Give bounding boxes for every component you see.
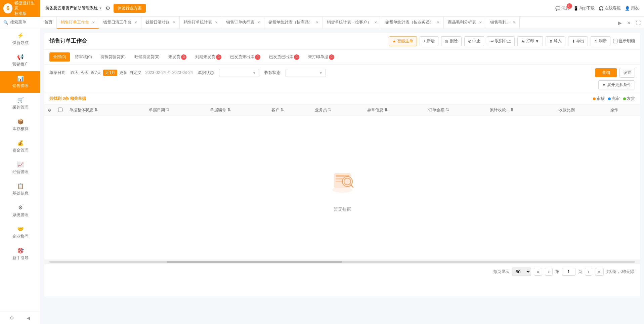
col-date[interactable]: 单据日期 ⇅	[145, 105, 207, 116]
last-page-btn[interactable]: »	[595, 268, 603, 276]
tab-cash-daily-close[interactable]: ✕	[134, 21, 137, 24]
tab-close-all-btn[interactable]: ✕	[625, 19, 633, 26]
sidebar-item-guide[interactable]: 🎯 新手引导	[0, 243, 40, 265]
tab-sales-by-customer[interactable]: 销货单统计表（按客户） ✕	[323, 17, 381, 29]
show-detail-checkbox[interactable]	[613, 39, 617, 43]
select-all-checkbox[interactable]	[58, 108, 62, 112]
col-staff[interactable]: 业务员 ⇅	[311, 105, 364, 116]
sidebar-item-basic[interactable]: 📋 基础信息	[0, 179, 40, 200]
sub-tab-all[interactable]: 全部(0)	[49, 52, 70, 62]
tab-cash-reconcile[interactable]: 钱货日清对账 ✕	[141, 17, 180, 29]
tab-sales-by-staff[interactable]: 销货单统计表（按业务员） ✕	[381, 17, 444, 29]
sidebar-item-sales[interactable]: 📊 销售管理	[0, 71, 40, 93]
sidebar-item-inventory[interactable]: 📦 库存核算	[0, 114, 40, 136]
col-customer[interactable]: 客户 ⇅	[268, 105, 311, 116]
tab-sales-exec-close[interactable]: ✕	[257, 21, 260, 24]
stop-button[interactable]: ⊘ 中止	[464, 36, 484, 46]
sub-tab-shipped-not-out[interactable]: 已发货未出库0	[226, 52, 264, 62]
tab-home[interactable]: 首页	[40, 17, 57, 29]
col-amount[interactable]: 订单金额 ⇅	[425, 105, 486, 116]
tab-sales-by-staff-close[interactable]: ✕	[437, 21, 439, 24]
next-page-btn[interactable]: ›	[585, 268, 592, 276]
date-opt-today[interactable]: 今天	[81, 70, 89, 76]
header-settings-icon[interactable]: ⚙	[105, 5, 110, 11]
system-title-dropdown[interactable]: 装备及固定资产辅助管理系统 ▼	[45, 5, 102, 11]
horizontal-scrollbar[interactable]	[49, 261, 635, 263]
date-opt-custom[interactable]: 自定义	[129, 70, 141, 76]
tab-margin-analysis-close[interactable]: ✕	[479, 21, 482, 24]
sort-icon: ⇅	[94, 108, 98, 112]
sidebar-item-marketing[interactable]: 📢 营销推广	[0, 50, 40, 71]
tab-sales-workbench-close[interactable]: ✕	[92, 21, 95, 24]
tab-sales-stats-close[interactable]: ✕	[215, 21, 218, 24]
cancel-stop-button[interactable]: ↩ 取消中止	[487, 36, 515, 46]
col-abnormal[interactable]: 异常信息 ⇅	[364, 105, 425, 116]
sub-tab-not-printed[interactable]: 未打印单据0	[304, 52, 338, 62]
tab-sales-by-customer-close[interactable]: ✕	[374, 21, 377, 24]
col-checkbox[interactable]	[55, 105, 66, 116]
app-download-item[interactable]: 📱 App下载	[573, 5, 595, 11]
expand-filter-button[interactable]: ▼ 展开更多条件	[598, 80, 635, 89]
ship-action-btn[interactable]: 发货	[623, 96, 635, 102]
col-number[interactable]: 单据编号 ⇅	[207, 105, 268, 116]
online-service-item[interactable]: 🎧 在线客服	[599, 5, 621, 11]
col-collected[interactable]: 累计收款... ⇅	[486, 105, 555, 116]
reverse-audit-action-btn[interactable]: 充审	[608, 96, 620, 102]
star-icon: ★	[392, 39, 396, 44]
sub-tab-not-shipped[interactable]: 未发货0	[165, 52, 190, 62]
message-item[interactable]: 💬 消息 6	[555, 5, 569, 11]
sidebar-item-enterprise[interactable]: 🤝 企业协同	[0, 222, 40, 243]
sidebar-item-finance[interactable]: 💰 资金管理	[0, 136, 40, 157]
tab-cash-reconcile-close[interactable]: ✕	[173, 21, 175, 24]
sub-tab-shipped-out[interactable]: 已发货已出库0	[265, 52, 303, 62]
page-input[interactable]	[562, 268, 575, 276]
tab-maximize-btn[interactable]: ⛶	[634, 19, 642, 26]
user-item[interactable]: 👤 用友	[625, 5, 639, 11]
sub-tab-wangpu-ship[interactable]: 旺铺待发货(0)	[131, 52, 163, 62]
sub-tab-expired-ship[interactable]: 到期未发货0	[191, 52, 225, 62]
tab-sales-workbench[interactable]: 销售订单工作台 ✕	[57, 17, 99, 29]
print-button[interactable]: 🖨 打印 ▼	[517, 36, 543, 46]
date-opt-yesterday[interactable]: 昨天	[71, 70, 79, 76]
delete-button[interactable]: 🗑 删除	[441, 36, 462, 46]
sidebar-item-system[interactable]: ⚙ 系统管理	[0, 200, 40, 222]
experience-button[interactable]: 体验行业方案	[114, 4, 146, 13]
smart-gen-button[interactable]: ★ 智能生单	[389, 36, 417, 46]
scrollbar-thumb[interactable]	[167, 261, 342, 263]
sidebar-item-purchase[interactable]: 🛒 采购管理	[0, 93, 40, 114]
refresh-button[interactable]: ↻ 刷新	[591, 36, 610, 46]
col-settings[interactable]: ⚙	[44, 105, 55, 116]
tab-scroll-right-btn[interactable]: ▶	[616, 19, 624, 26]
tab-sales-margin-close[interactable]: ✕	[513, 21, 515, 24]
setting-button[interactable]: 设置	[619, 68, 635, 78]
status-select[interactable]: ▼	[219, 69, 259, 77]
show-detail-label[interactable]: 显示明细	[613, 38, 635, 44]
import-button[interactable]: ⬆ 导入	[546, 36, 565, 46]
date-opt-more[interactable]: 更多	[119, 70, 127, 76]
date-opt-7days[interactable]: 近7天	[91, 70, 101, 76]
export-button[interactable]: ⬇ 导出	[568, 36, 588, 46]
sub-tab-pending-inspect[interactable]: 待拣货验货(0)	[97, 52, 129, 62]
col-status[interactable]: 单据整体状态 ⇅	[66, 105, 145, 116]
date-opt-1month[interactable]: 近1月	[103, 70, 118, 76]
tab-margin-analysis[interactable]: 商品毛利分析表 ✕	[444, 17, 486, 29]
tab-cash-daily[interactable]: 钱货日清工作台 ✕	[99, 17, 141, 29]
payment-select[interactable]: ▼	[286, 69, 326, 77]
tab-sales-margin[interactable]: 销售毛利... ✕	[486, 17, 520, 29]
collapse-btn[interactable]: ◀	[27, 315, 30, 321]
sidebar-item-operation[interactable]: 📈 经营管理	[0, 157, 40, 179]
query-button[interactable]: 查询	[595, 68, 617, 77]
sidebar-item-quick-nav[interactable]: ⚡ 快捷导航	[0, 28, 40, 50]
tab-sales-stats[interactable]: 销售订单统计表 ✕	[180, 17, 222, 29]
sub-tab-pending-review[interactable]: 待审核(0)	[71, 52, 96, 62]
tab-sales-by-product[interactable]: 销货单统计表（按商品） ✕	[264, 17, 323, 29]
per-page-select[interactable]: 50 20 100	[512, 268, 531, 276]
search-menu[interactable]: 🔍 搜索菜单	[0, 17, 40, 28]
settings-bottom-btn[interactable]: ⚙	[10, 315, 14, 321]
tab-sales-by-product-close[interactable]: ✕	[316, 21, 318, 24]
prev-page-btn[interactable]: ‹	[545, 268, 552, 276]
first-page-btn[interactable]: «	[534, 268, 542, 276]
audit-action-btn[interactable]: 审核	[593, 96, 605, 102]
new-button[interactable]: + 新增	[420, 36, 438, 46]
tab-sales-exec[interactable]: 销售订单执行表 ✕	[222, 17, 264, 29]
